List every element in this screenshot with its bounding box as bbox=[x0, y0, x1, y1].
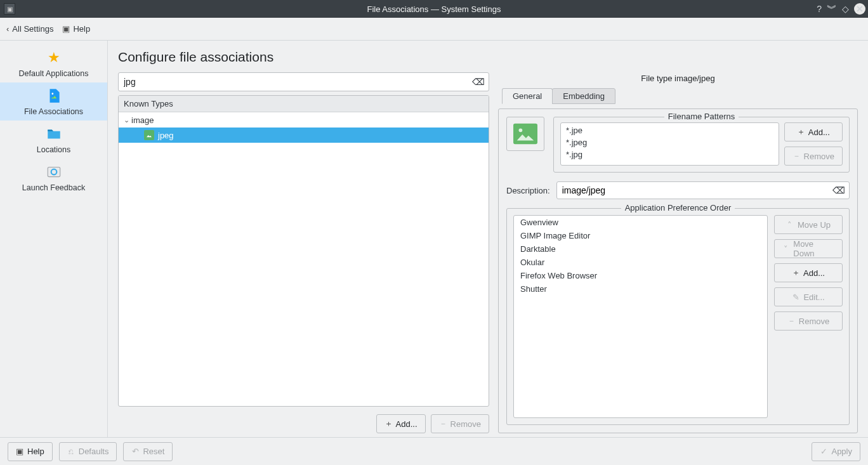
clear-icon[interactable]: ⌫ bbox=[832, 185, 845, 195]
minimize-icon[interactable]: ︾ bbox=[827, 3, 837, 16]
folder-icon bbox=[45, 125, 63, 143]
all-settings-button[interactable]: ‹ All Settings bbox=[6, 24, 53, 34]
file-assoc-icon bbox=[45, 87, 63, 105]
close-icon[interactable]: ✕ bbox=[854, 3, 865, 15]
bottom-bar: ▣ Help ⎌ Defaults ↶ Reset ✓ Apply bbox=[0, 437, 868, 465]
tree-item-jpeg[interactable]: jpeg bbox=[119, 128, 489, 143]
edit-app-label: Edit... bbox=[803, 292, 824, 302]
tree-header: Known Types bbox=[119, 96, 489, 112]
app-item[interactable]: Firefox Web Browser bbox=[514, 269, 767, 282]
tree-item-label: jpeg bbox=[158, 131, 174, 140]
defaults-button[interactable]: ⎌ Defaults bbox=[59, 442, 117, 461]
help-label: Help bbox=[27, 447, 44, 456]
filename-patterns-group: Filename Patterns *.jpe *.jpeg *.jpg ＋ bbox=[553, 117, 850, 173]
window-title: File Associations — System Settings bbox=[0, 4, 868, 14]
search-row: ⌫ bbox=[118, 72, 489, 91]
help-toolbar-icon: ▣ bbox=[62, 24, 70, 34]
svg-point-5 bbox=[519, 128, 523, 132]
sidebar-item-locations[interactable]: Locations bbox=[0, 121, 107, 159]
minus-icon: － bbox=[792, 150, 800, 162]
pattern-item[interactable]: *.jpe bbox=[561, 124, 779, 136]
app-item[interactable]: GIMP Image Editor bbox=[514, 229, 767, 242]
move-up-button[interactable]: ˄ Move Up bbox=[774, 215, 843, 234]
reset-button[interactable]: ↶ Reset bbox=[123, 442, 173, 461]
svg-rect-4 bbox=[513, 124, 537, 144]
add-type-label: Add... bbox=[396, 419, 418, 429]
pattern-list[interactable]: *.jpe *.jpeg *.jpg bbox=[560, 122, 779, 166]
move-down-label: Move Down bbox=[793, 239, 834, 258]
plus-icon: ＋ bbox=[385, 418, 392, 429]
star-icon: ★ bbox=[45, 49, 63, 67]
titlebar: ▣ File Associations — System Settings ? … bbox=[0, 0, 868, 18]
move-up-label: Move Up bbox=[798, 220, 831, 230]
add-type-button[interactable]: ＋ Add... bbox=[376, 414, 426, 433]
tabs: General Embedding bbox=[498, 88, 858, 103]
plus-icon: ＋ bbox=[797, 126, 805, 138]
help-toolbar-label: Help bbox=[73, 24, 90, 34]
plus-icon: ＋ bbox=[792, 267, 799, 278]
help-button[interactable]: ▣ Help bbox=[62, 24, 90, 34]
chevron-down-icon: ⌄ bbox=[122, 116, 130, 124]
app-pref-title: Application Preference Order bbox=[621, 203, 735, 213]
apply-label: Apply bbox=[831, 447, 852, 456]
clear-icon[interactable]: ⌫ bbox=[472, 77, 485, 87]
help-icon: ▣ bbox=[16, 447, 23, 456]
sidebar-item-default-apps[interactable]: ★ Default Applications bbox=[0, 44, 107, 82]
file-type-label: File type image/jpeg bbox=[498, 74, 858, 83]
sidebar-item-label: Locations bbox=[37, 145, 71, 154]
mime-icon-button[interactable] bbox=[506, 117, 544, 151]
search-input[interactable] bbox=[124, 77, 472, 87]
app-item[interactable]: Okular bbox=[514, 256, 767, 269]
tree-group-image[interactable]: ⌄ image bbox=[119, 112, 489, 128]
toolbar: ‹ All Settings ▣ Help bbox=[0, 18, 868, 41]
image-icon bbox=[144, 130, 154, 140]
tab-general[interactable]: General bbox=[502, 88, 553, 104]
remove-type-button[interactable]: － Remove bbox=[431, 414, 489, 433]
check-icon: ✓ bbox=[820, 447, 827, 456]
edit-app-button[interactable]: ✎ Edit... bbox=[774, 287, 843, 306]
app-item[interactable]: Shutter bbox=[514, 282, 767, 296]
content: Configure file associations ⌫ Known Type… bbox=[108, 41, 868, 437]
app-list[interactable]: Gwenview GIMP Image Editor Darktable Oku… bbox=[513, 215, 768, 418]
maximize-icon[interactable]: ◇ bbox=[842, 4, 849, 14]
app-item[interactable]: Darktable bbox=[514, 242, 767, 256]
remove-app-button[interactable]: － Remove bbox=[774, 311, 843, 331]
tree-group-label: image bbox=[131, 115, 154, 125]
mime-image-icon bbox=[513, 123, 537, 145]
reset-label: Reset bbox=[143, 447, 164, 456]
app-item[interactable]: Gwenview bbox=[514, 216, 767, 229]
help-icon[interactable]: ? bbox=[817, 4, 822, 14]
remove-type-label: Remove bbox=[450, 419, 481, 429]
remove-app-label: Remove bbox=[799, 317, 829, 326]
sidebar-item-label: Default Applications bbox=[19, 69, 89, 78]
defaults-label: Defaults bbox=[79, 447, 109, 456]
remove-pattern-label: Remove bbox=[804, 152, 834, 161]
description-input-wrap: ⌫ bbox=[556, 181, 850, 199]
sidebar-item-label: Launch Feedback bbox=[22, 183, 85, 192]
defaults-icon: ⎌ bbox=[67, 447, 75, 456]
add-pattern-label: Add... bbox=[808, 128, 830, 137]
add-app-label: Add... bbox=[803, 268, 825, 278]
minus-icon: － bbox=[439, 418, 447, 429]
apply-button[interactable]: ✓ Apply bbox=[812, 442, 860, 461]
tab-content: Filename Patterns *.jpe *.jpeg *.jpg ＋ bbox=[498, 108, 858, 433]
move-down-button[interactable]: ˅ Move Down bbox=[774, 239, 843, 258]
remove-pattern-button[interactable]: － Remove bbox=[784, 147, 843, 166]
sidebar-item-label: File Associations bbox=[24, 107, 83, 116]
sidebar-item-file-associations[interactable]: File Associations bbox=[0, 82, 107, 121]
pattern-item[interactable]: *.jpg bbox=[561, 148, 779, 160]
add-pattern-button[interactable]: ＋ Add... bbox=[784, 122, 843, 141]
pattern-item[interactable]: *.jpeg bbox=[561, 136, 779, 148]
filename-patterns-title: Filename Patterns bbox=[664, 112, 739, 121]
svg-point-0 bbox=[51, 93, 53, 95]
help-button[interactable]: ▣ Help bbox=[8, 442, 53, 461]
description-label: Description: bbox=[506, 186, 550, 195]
tab-embedding[interactable]: Embedding bbox=[552, 88, 615, 104]
reset-icon: ↶ bbox=[131, 447, 139, 456]
minus-icon: － bbox=[787, 315, 795, 327]
pencil-icon: ✎ bbox=[792, 292, 799, 302]
add-app-button[interactable]: ＋ Add... bbox=[774, 263, 843, 282]
sidebar-item-launch-feedback[interactable]: Launch Feedback bbox=[0, 159, 107, 197]
arrow-up-icon: ˄ bbox=[786, 220, 794, 230]
description-input[interactable] bbox=[562, 185, 832, 195]
